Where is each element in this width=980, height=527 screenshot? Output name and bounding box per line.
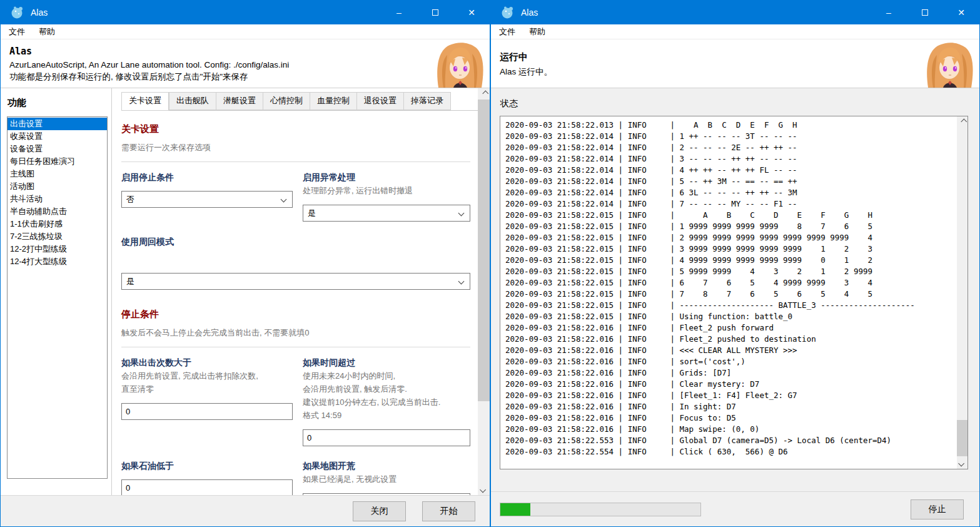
- status-area: 状态 2020-09-03 21:58:22.013 | INFO | A B …: [491, 88, 979, 491]
- sidebar-item[interactable]: 每日任务困难演习: [8, 155, 107, 168]
- sidebar-item[interactable]: 1-1伏击刷好感: [8, 218, 107, 230]
- tab[interactable]: 退役设置: [356, 92, 403, 110]
- if-map-select[interactable]: 否: [303, 493, 470, 495]
- log-output: 2020-09-03 21:58:22.013 | INFO | A B C D…: [500, 116, 957, 469]
- chevron-up-icon: [961, 119, 967, 125]
- section-stage-help: 需要运行一次来保存选项: [121, 141, 472, 154]
- tab[interactable]: 潜艇设置: [216, 92, 263, 110]
- sidebar-item[interactable]: 主线图: [8, 168, 107, 180]
- scrollbar-thumb[interactable]: [957, 420, 967, 456]
- menu-help[interactable]: 帮助: [529, 26, 545, 38]
- close-window-button[interactable]: ✕: [943, 1, 979, 24]
- settings-scrollbar[interactable]: [478, 88, 490, 495]
- enable-exception-value: 是: [308, 208, 316, 219]
- tab[interactable]: 掉落记录: [403, 92, 451, 110]
- alas-logo-icon: [10, 5, 25, 20]
- sidebar-item[interactable]: 共斗活动: [8, 193, 107, 205]
- tab[interactable]: 血量控制: [310, 92, 356, 110]
- loop-mode-select[interactable]: 是: [121, 273, 470, 290]
- enable-stop-value: 否: [126, 194, 134, 205]
- section-stop-help: 触发后不会马上停止会先完成当前出击, 不需要就填0: [121, 326, 472, 339]
- section-title-stop: 停止条件: [121, 309, 472, 320]
- titlebar[interactable]: Alas – ✕: [491, 1, 979, 24]
- maximize-icon: [922, 9, 928, 16]
- maximize-button[interactable]: [417, 1, 453, 24]
- if-time-input[interactable]: [303, 429, 470, 446]
- app-title: Alas: [9, 46, 490, 57]
- sidebar-item[interactable]: 12-4打大型练级: [8, 255, 107, 268]
- enable-exception-label: 启用异常处理: [303, 171, 470, 183]
- sidebar-item[interactable]: 12-2打中型练级: [8, 243, 107, 255]
- window-title: Alas: [31, 8, 48, 18]
- sidebar-item[interactable]: 7-2三战拣垃圾: [8, 230, 107, 243]
- maximize-button[interactable]: [907, 1, 943, 24]
- divider: [121, 347, 470, 347]
- app-subtitle: AzurLaneAutoScript, An Azur Lane automat…: [9, 60, 490, 69]
- loop-mode-value: 是: [126, 276, 134, 287]
- chevron-down-icon: [958, 461, 964, 467]
- app-note: 功能都是分别保存和运行的, 修改设置后别忘了点击"开始"来保存: [9, 71, 490, 83]
- config-main: 功能 出击设置收菜设置设备设置每日任务困难演习主线图活动图共斗活动半自动辅助点击…: [1, 88, 490, 495]
- window-title: Alas: [521, 8, 538, 18]
- sidebar: 功能 出击设置收菜设置设备设置每日任务困难演习主线图活动图共斗活动半自动辅助点击…: [1, 88, 112, 495]
- scroll-down-button[interactable]: [957, 458, 967, 469]
- menu-file[interactable]: 文件: [9, 26, 25, 38]
- sidebar-item[interactable]: 设备设置: [8, 143, 107, 155]
- scroll-up-button[interactable]: [957, 116, 967, 127]
- progress-fill: [500, 503, 530, 516]
- stop-button[interactable]: 停止: [911, 499, 964, 519]
- minimize-button[interactable]: –: [381, 1, 417, 24]
- menubar: 文件 帮助: [1, 24, 490, 39]
- if-time-label: 如果时间超过: [303, 356, 470, 369]
- chevron-down-icon: [458, 210, 465, 217]
- app-header: 运行中 Alas 运行中。: [491, 39, 979, 88]
- start-button[interactable]: 开始: [422, 501, 475, 521]
- if-count-input[interactable]: [121, 403, 293, 420]
- log-window: Alas – ✕ 文件 帮助 运行中 Alas 运行中。: [490, 0, 980, 527]
- sidebar-item[interactable]: 出击设置: [8, 118, 107, 130]
- if-time-help: 使用未来24小时内的时间, 会沿用先前设置, 触发后清零. 建议提前10分钟左右…: [303, 369, 470, 422]
- enable-stop-select[interactable]: 否: [121, 191, 293, 208]
- status-label: 状态: [500, 98, 979, 110]
- titlebar[interactable]: Alas – ✕: [1, 1, 490, 24]
- if-count-label: 如果出击次数大于: [121, 356, 293, 369]
- enable-exception-help: 处理部分异常, 运行出错时撤退: [303, 184, 470, 197]
- run-status-title: 运行中: [500, 51, 979, 63]
- config-bottombar: 关闭 开始: [1, 495, 490, 526]
- sidebar-item[interactable]: 收菜设置: [8, 130, 107, 143]
- enable-stop-label: 启用停止条件: [121, 171, 293, 183]
- enable-exception-select[interactable]: 是: [303, 205, 470, 222]
- menubar: 文件 帮助: [491, 24, 979, 39]
- log-scrollbar[interactable]: [957, 116, 967, 469]
- settings-content: 关卡设置出击舰队潜艇设置心情控制血量控制退役设置掉落记录 关卡设置 需要运行一次…: [112, 88, 490, 495]
- section-title-stage: 关卡设置: [121, 123, 472, 135]
- config-window: Alas – ✕ 文件 帮助 Alas AzurLaneAutoScript, …: [0, 0, 490, 527]
- scroll-up-button[interactable]: [478, 88, 490, 99]
- avatar: [924, 41, 974, 88]
- chevron-down-icon: [480, 487, 486, 493]
- menu-help[interactable]: 帮助: [39, 26, 55, 38]
- sidebar-item[interactable]: 半自动辅助点击: [8, 205, 107, 218]
- if-oil-input[interactable]: [121, 479, 293, 495]
- tab[interactable]: 关卡设置: [121, 92, 169, 111]
- divider: [121, 161, 470, 162]
- close-button[interactable]: 关闭: [353, 501, 406, 521]
- tab-bar: 关卡设置出击舰队潜艇设置心情控制血量控制退役设置掉落记录: [121, 88, 478, 111]
- tab[interactable]: 出击舰队: [169, 92, 216, 110]
- if-map-label: 如果地图开荒: [303, 459, 470, 472]
- scroll-down-button[interactable]: [478, 484, 490, 495]
- chevron-down-icon: [281, 197, 287, 203]
- close-window-button[interactable]: ✕: [453, 1, 490, 24]
- sidebar-item[interactable]: 活动图: [8, 180, 107, 193]
- avatar: [435, 41, 485, 88]
- progress-bar: [500, 503, 701, 516]
- if-oil-label: 如果石油低于: [121, 459, 293, 472]
- run-status-subtitle: Alas 运行中。: [500, 66, 979, 78]
- scrollbar-thumb[interactable]: [478, 100, 490, 401]
- if-map-help: 如果已经满足, 无视此设置: [303, 473, 470, 486]
- chevron-up-icon: [482, 91, 488, 97]
- tab[interactable]: 心情控制: [263, 92, 310, 110]
- settings-form: 关卡设置出击舰队潜艇设置心情控制血量控制退役设置掉落记录 关卡设置 需要运行一次…: [112, 88, 478, 495]
- minimize-button[interactable]: –: [871, 1, 907, 24]
- menu-file[interactable]: 文件: [499, 26, 515, 38]
